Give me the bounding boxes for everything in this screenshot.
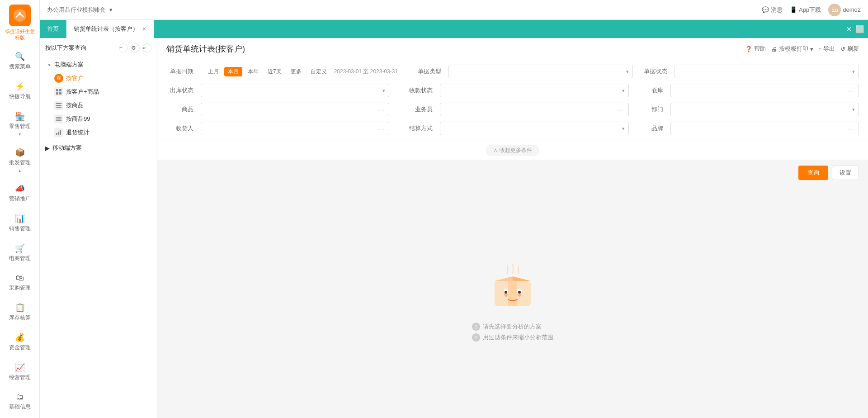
brand-select[interactable]: ··· — [670, 122, 859, 135]
filter-area: 单据日期 上月 本月 本年 近7天 更多 自定义 2023-03-01 至 20… — [157, 59, 868, 141]
sidebar-wholesale[interactable]: 📦 批发管理 ▴ — [0, 142, 39, 178]
breadcrumb: 办公用品行业模拟账套 ▾ — [47, 6, 113, 14]
sidebar-finance[interactable]: 💰 资金管理 — [0, 327, 39, 357]
collapse-bar[interactable]: ∧ 收起更多条件 — [157, 141, 868, 160]
add-scheme-btn[interactable]: + — [119, 43, 128, 52]
logo-area: 畅捷通好生意 标版 — [0, 0, 39, 46]
sidebar-search[interactable]: 🔍 搜索菜单 — [0, 46, 39, 76]
tab-sales-stat[interactable]: 销货单统计表（按客户） ✕ — [66, 20, 154, 38]
svg-rect-5 — [59, 92, 61, 95]
sidebar-system[interactable]: ⚙ 系统管理 — [0, 416, 39, 418]
marketing-icon: 📣 — [15, 184, 25, 194]
department-label: 部门 — [636, 105, 663, 114]
collapse-panel-btn[interactable]: « — [142, 43, 151, 52]
recv-status-select[interactable]: ▾ — [440, 84, 628, 97]
doc-type-select[interactable]: ▾ — [448, 65, 633, 78]
close-window-icon[interactable]: ✕ — [846, 25, 852, 33]
settlement-select[interactable]: ▾ — [440, 122, 628, 135]
print-icon: 🖨 — [771, 46, 777, 52]
mobile-section-header[interactable]: ▶ 移动端方案 — [40, 141, 157, 155]
svg-point-22 — [518, 291, 521, 294]
svg-rect-14 — [60, 130, 61, 135]
date-filter: 上月 本月 本年 近7天 更多 自定义 2023-03-01 至 2023-03… — [201, 67, 398, 76]
ops-icon: 📈 — [15, 362, 25, 372]
out-status-select[interactable]: ▾ — [201, 84, 389, 97]
scheme-by-customer-goods[interactable]: 按客户+商品 — [40, 85, 157, 99]
tab-last-7[interactable]: 近7天 — [264, 67, 285, 76]
page-title-actions: ❓ 帮助 🖨 按模板打印 ▾ ↑ 导出 ↺ — [745, 45, 859, 53]
user-info[interactable]: Ea demo2 — [828, 4, 861, 16]
filter-row-3: 商品 ··· 业务员 ··· 部门 ▾ — [166, 103, 859, 116]
expand-icon: ▼ — [47, 62, 52, 67]
goods-dots: ··· — [377, 106, 385, 113]
doc-status-select[interactable]: ▾ — [675, 65, 859, 78]
date-label: 单据日期 — [166, 67, 193, 76]
app-download-btn[interactable]: 📱 App下载 — [790, 6, 821, 14]
breadcrumb-dropdown[interactable]: ▾ — [109, 6, 113, 13]
desktop-section-header[interactable]: ▼ 电脑端方案 — [40, 58, 157, 71]
maximize-icon[interactable]: ⬜ — [855, 25, 864, 33]
sidebar-quick-nav[interactable]: ⚡ 快捷导航 — [0, 76, 39, 106]
goods99-icon — [54, 114, 63, 124]
filter-row-4: 收货人 ··· 结算方式 ▾ 品牌 ··· — [166, 122, 859, 135]
tab-maximize-area: ✕ ⬜ — [846, 25, 864, 33]
help-icon: ❓ — [745, 46, 752, 52]
date-tabs: 上月 本月 本年 近7天 更多 自定义 — [204, 67, 330, 76]
sidebar-inventory[interactable]: 📋 库存核算 — [0, 297, 39, 327]
basic-icon: 🗂 — [16, 392, 24, 402]
svg-rect-3 — [59, 89, 61, 91]
filter-row-2: 出库状态 ▾ 收款状态 ▾ 仓库 ··· — [166, 84, 859, 97]
sidebar-operations[interactable]: 📈 经营管理 — [0, 357, 39, 387]
tab-more[interactable]: 更多 — [287, 67, 305, 76]
ecommerce-icon: 🛒 — [15, 243, 25, 253]
department-select[interactable]: ▾ — [670, 103, 859, 116]
tab-this-year[interactable]: 本年 — [244, 67, 262, 76]
mobile-section: ▶ 移动端方案 — [40, 141, 157, 155]
app-logo — [9, 5, 31, 26]
sidebar-purchase[interactable]: 🛍 采购管理 — [0, 268, 39, 297]
message-btn[interactable]: 💬 消息 — [762, 6, 783, 14]
brand-dots: ··· — [847, 125, 855, 132]
tab-this-month[interactable]: 本月 — [224, 67, 242, 76]
setting-btn[interactable]: 设置 — [832, 166, 859, 180]
tab-last-month[interactable]: 上月 — [204, 67, 222, 76]
sidebar-sales[interactable]: 📊 销售管理 — [0, 208, 39, 238]
template-print-btn[interactable]: 🖨 按模板打印 ▾ — [771, 45, 813, 53]
sidebar-ecommerce[interactable]: 🛒 电商管理 — [0, 238, 39, 268]
scheme-by-goods-99[interactable]: 按商品99 — [40, 112, 157, 126]
salesperson-dots: ··· — [617, 106, 625, 113]
page-title: 销货单统计表(按客户) — [166, 43, 245, 54]
svg-point-1 — [19, 12, 21, 15]
tab-home[interactable]: 首页 — [40, 20, 66, 38]
query-btn[interactable]: 查询 — [798, 166, 828, 180]
refresh-btn[interactable]: ↺ 刷新 — [840, 45, 859, 53]
left-panel-header: 按以下方案查询 + ⚙ « — [40, 43, 157, 56]
salesperson-select[interactable]: ··· — [440, 103, 628, 116]
warehouse-label: 仓库 — [636, 86, 663, 95]
empty-illustration — [476, 254, 549, 317]
scheme-return-stat[interactable]: 退货统计 — [40, 126, 157, 139]
warehouse-select[interactable]: ··· — [670, 84, 859, 97]
action-bar: 查询 设置 — [157, 160, 868, 180]
tab-close-btn[interactable]: ✕ — [142, 26, 146, 32]
settings-scheme-btn[interactable]: ⚙ — [131, 43, 140, 52]
finance-icon: 💰 — [15, 332, 25, 342]
top-header: 办公用品行业模拟账套 ▾ 💬 消息 📱 App下载 Ea demo2 — [40, 0, 868, 20]
sidebar-retail[interactable]: 🏪 零售管理 ▾ — [0, 106, 39, 142]
main-area: 办公用品行业模拟账套 ▾ 💬 消息 📱 App下载 Ea demo2 首页 — [40, 0, 868, 418]
empty-hints: 1 请先选择要分析的方案 2 用过滤条件来缩小分析范围 — [472, 323, 553, 344]
help-btn[interactable]: ❓ 帮助 — [745, 45, 766, 53]
receiver-select[interactable]: ··· — [201, 122, 389, 135]
scheme-by-goods[interactable]: 按商品 — [40, 99, 157, 112]
export-btn[interactable]: ↑ 导出 — [819, 45, 835, 53]
goods-select[interactable]: ··· — [201, 103, 389, 116]
svg-rect-12 — [56, 133, 57, 135]
content-area: 按以下方案查询 + ⚙ « ▼ 电脑端方案 — [40, 38, 868, 418]
sidebar-marketing[interactable]: 📣 营销推广 — [0, 178, 39, 208]
scheme-by-customer[interactable]: 客 按客户 — [40, 71, 157, 85]
svg-rect-13 — [58, 132, 59, 135]
settlement-label: 结算方式 — [396, 124, 433, 133]
doc-status-label: 单据状态 — [640, 67, 667, 76]
tab-custom[interactable]: 自定义 — [307, 67, 330, 76]
sidebar-basic-info[interactable]: 🗂 基础信息 — [0, 387, 39, 416]
